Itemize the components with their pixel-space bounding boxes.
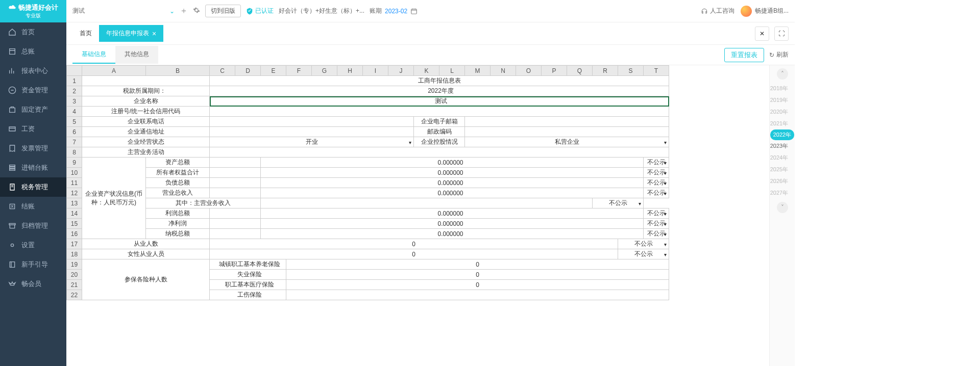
tab-0[interactable]: 首页: [72, 25, 99, 42]
row-header[interactable]: 12: [67, 188, 82, 198]
row-header[interactable]: 22: [67, 290, 82, 300]
subtab-1[interactable]: 其他信息: [115, 46, 158, 64]
row-header[interactable]: 2: [67, 86, 82, 96]
col-header[interactable]: S: [618, 66, 644, 76]
row-header[interactable]: 3: [67, 96, 82, 107]
org-settings-button[interactable]: [193, 7, 200, 15]
col-header[interactable]: A: [82, 66, 146, 76]
main-biz-cell[interactable]: [210, 147, 669, 158]
nav-item-salary[interactable]: 工资: [0, 119, 66, 139]
row-header[interactable]: 7: [67, 137, 82, 147]
year-item[interactable]: 2023年: [770, 140, 794, 152]
row-header[interactable]: 9: [67, 158, 82, 168]
nav-item-guide[interactable]: 新手引导: [0, 255, 66, 274]
row-header[interactable]: 5: [67, 117, 82, 127]
fin-pub-cell[interactable]: 不公示: [644, 188, 669, 198]
reg-no-cell[interactable]: [210, 107, 669, 117]
year-item[interactable]: 2025年: [770, 164, 794, 175]
fin-value-cell[interactable]: 0.000000: [261, 178, 644, 188]
col-header[interactable]: B: [146, 66, 210, 76]
fullscreen-button[interactable]: ⛶: [774, 27, 789, 41]
fin-value-cell[interactable]: [261, 198, 593, 208]
year-item[interactable]: 2026年: [770, 175, 794, 187]
phone-cell[interactable]: [210, 117, 414, 127]
sheet-scroll[interactable]: ABCDEFGHIJKLMNOPQRST1工商年报信息表2税款所属期间：2022…: [66, 65, 769, 366]
postcode-cell[interactable]: [465, 127, 669, 137]
row-header[interactable]: 4: [67, 107, 82, 117]
refresh-button[interactable]: ↻ 刷新: [769, 50, 789, 59]
verified-badge[interactable]: 已认证: [246, 7, 274, 15]
col-header[interactable]: I: [363, 66, 388, 76]
row-header[interactable]: 10: [67, 168, 82, 178]
nav-item-close[interactable]: 结账: [0, 197, 66, 216]
insure-value-cell[interactable]: 0: [286, 259, 669, 270]
fin-value-cell[interactable]: 0.000000: [261, 158, 644, 168]
col-header[interactable]: Q: [567, 66, 593, 76]
row-header[interactable]: 8: [67, 147, 82, 158]
fin-value-cell[interactable]: 0.000000: [261, 229, 644, 239]
col-header[interactable]: T: [644, 66, 669, 76]
status-cell[interactable]: 开业: [210, 137, 414, 147]
brand-logo[interactable]: 畅捷通好会计 专业版: [0, 0, 66, 22]
row-header[interactable]: 20: [67, 270, 82, 280]
fin-value-cell[interactable]: 0.000000: [261, 168, 644, 178]
row-header[interactable]: 16: [67, 229, 82, 239]
addr-cell[interactable]: [210, 127, 414, 137]
user-menu[interactable]: 畅捷通B组...: [741, 6, 789, 17]
fin-pub-cell[interactable]: 不公示: [644, 178, 669, 188]
col-header[interactable]: M: [465, 66, 491, 76]
fin-value-cell[interactable]: 0.000000: [261, 188, 644, 198]
row-header[interactable]: 14: [67, 208, 82, 219]
email-cell[interactable]: [465, 117, 669, 127]
nav-item-psi[interactable]: 进销台账: [0, 158, 66, 177]
fin-pub-cell[interactable]: 不公示: [593, 198, 644, 208]
row-header[interactable]: 17: [67, 239, 82, 249]
insure-value-cell[interactable]: [286, 290, 669, 300]
tab-close-icon[interactable]: ×: [152, 30, 156, 38]
col-header[interactable]: D: [235, 66, 261, 76]
tab-1[interactable]: 年报信息申报表×: [99, 25, 163, 42]
col-header[interactable]: E: [261, 66, 286, 76]
year-next-button[interactable]: ˅: [777, 202, 788, 213]
calendar-icon[interactable]: [410, 8, 418, 15]
org-selector[interactable]: 测试 ⌄: [72, 7, 175, 15]
row-header[interactable]: 21: [67, 280, 82, 290]
fin-pub-cell[interactable]: 不公示: [644, 158, 669, 168]
nav-item-asset[interactable]: 固定资产: [0, 100, 66, 119]
close-all-tabs-button[interactable]: ✕: [755, 27, 769, 41]
col-header[interactable]: H: [337, 66, 363, 76]
fin-value-cell[interactable]: 0.000000: [261, 208, 644, 219]
sheet-corner[interactable]: [67, 66, 82, 76]
row-header[interactable]: 11: [67, 178, 82, 188]
row-header[interactable]: 6: [67, 127, 82, 137]
col-header[interactable]: C: [210, 66, 235, 76]
nav-item-invoice[interactable]: 发票管理: [0, 139, 66, 158]
nav-item-chart[interactable]: 报表中心: [0, 61, 66, 81]
company-name-cell[interactable]: 测试: [210, 96, 669, 107]
col-header[interactable]: L: [439, 66, 465, 76]
fin-pub-cell[interactable]: 不公示: [644, 229, 669, 239]
insure-value-cell[interactable]: 0: [286, 280, 669, 290]
row-header[interactable]: 13: [67, 198, 82, 208]
year-item[interactable]: 2019年: [770, 94, 794, 106]
help-button[interactable]: 人工咨询: [701, 7, 734, 15]
emp-value-cell[interactable]: 0: [210, 239, 618, 249]
col-header[interactable]: N: [491, 66, 516, 76]
emp-pub-cell[interactable]: 不公示: [618, 239, 669, 249]
switch-old-button[interactable]: 切到旧版: [205, 5, 241, 17]
spreadsheet[interactable]: ABCDEFGHIJKLMNOPQRST1工商年报信息表2税款所属期间：2022…: [66, 65, 669, 300]
col-header[interactable]: G: [312, 66, 337, 76]
nav-item-home[interactable]: 首页: [0, 22, 66, 42]
row-header[interactable]: 19: [67, 259, 82, 270]
period-value[interactable]: 2023-02: [385, 8, 407, 15]
col-header[interactable]: F: [286, 66, 312, 76]
year-item[interactable]: 2022年: [770, 129, 794, 140]
col-header[interactable]: P: [542, 66, 567, 76]
reset-report-button[interactable]: 重置报表: [724, 48, 764, 62]
col-header[interactable]: J: [388, 66, 414, 76]
add-org-button[interactable]: ＋: [180, 6, 188, 16]
fin-value-cell[interactable]: 0.000000: [261, 219, 644, 229]
nav-item-archive[interactable]: 归档管理: [0, 216, 66, 236]
row-header[interactable]: 18: [67, 249, 82, 259]
year-prev-button[interactable]: ˄: [777, 68, 788, 80]
